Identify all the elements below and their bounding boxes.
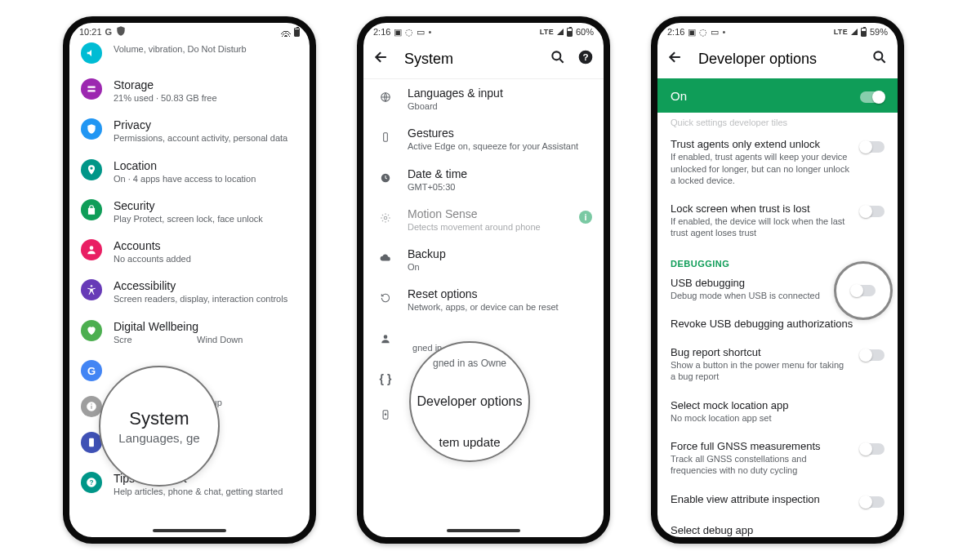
settings-item-accessibility[interactable]: Accessibility Screen readers, display, i… [69, 272, 310, 312]
settings-item-storage[interactable]: Storage 21% used · 50.83 GB free [69, 71, 310, 111]
whatsapp-icon: ◌ [699, 27, 707, 38]
power-button [314, 227, 316, 284]
help-icon[interactable]: ? [577, 49, 594, 69]
toggle[interactable] [860, 206, 885, 217]
search-icon[interactable] [871, 49, 888, 69]
settings-item-title: Accounts [114, 239, 298, 252]
settings-item-sub: Play Protect, screen lock, face unlock [114, 213, 298, 224]
system-item-datetime[interactable]: Date & time GMT+05:30 [363, 160, 604, 200]
item-sub: If enabled, trust agents will keep your … [671, 151, 850, 186]
battery-percent: 60% [576, 27, 594, 37]
update-icon [375, 404, 396, 425]
item-sub: On [408, 261, 592, 273]
settings-item-location[interactable]: Location On · 4 apps have access to loca… [69, 152, 310, 192]
storage-icon [81, 78, 102, 100]
item-sub: Track all GNSS constellations and freque… [671, 453, 850, 477]
settings-item-sound[interactable]: Volume, vibration, Do Not Disturb [69, 41, 310, 71]
signal-icon [851, 29, 858, 35]
settings-item-sub: Volume, vibration, Do Not Disturb [114, 43, 298, 55]
settings-item-wellbeing[interactable]: Digital Wellbeing Scre Wind Down [69, 313, 310, 353]
account-icon [81, 239, 102, 260]
magnifier-sub: Languages, ge [118, 431, 199, 445]
user-icon [375, 328, 396, 349]
more-icon: • [428, 27, 431, 37]
svg-point-19 [874, 51, 882, 60]
settings-item-security[interactable]: Security Play Protect, screen lock, face… [69, 192, 310, 232]
toggle-highlight[interactable] [851, 285, 876, 296]
dev-item-mock-location[interactable]: Select mock location app No mock locatio… [657, 391, 898, 432]
item-sub: Gboard [408, 100, 592, 112]
svg-point-16 [384, 216, 387, 220]
status-bar: 2:16 ▣ ◌ ▭ • LTE 59% [657, 23, 898, 41]
toggle[interactable] [860, 349, 885, 361]
settings-item-title: Privacy [114, 118, 298, 131]
dev-item-select-debug-app[interactable]: Select debug app [657, 516, 898, 538]
nav-pill[interactable] [447, 529, 520, 532]
back-icon[interactable] [667, 49, 684, 69]
battery-percent: 59% [870, 27, 888, 37]
item-sub: Network, apps, or device can be reset [408, 301, 592, 313]
nav-pill[interactable] [153, 529, 226, 532]
item-title: Languages & input [408, 87, 592, 100]
dev-item-bug-report[interactable]: Bug report shortcut Show a button in the… [657, 338, 898, 391]
dev-item-view-attr[interactable]: Enable view attribute inspection [657, 485, 898, 516]
system-item-languages[interactable]: Languages & input Gboard [363, 79, 604, 119]
svg-rect-0 [87, 87, 95, 88]
svg-rect-5 [91, 406, 91, 409]
system-item-gestures[interactable]: Gestures Active Edge on, squeeze for you… [363, 119, 604, 159]
system-item-backup[interactable]: Backup On [363, 240, 604, 280]
help-icon: ? [81, 472, 102, 493]
back-icon[interactable] [373, 49, 390, 69]
status-bar: 10:21 G [69, 23, 310, 41]
item-sub: If enabled, the device will lock when th… [671, 216, 850, 239]
settings-item-sub: Screen readers, display, interaction con… [114, 293, 298, 304]
toggle[interactable] [860, 141, 885, 153]
settings-item-sub: On · 4 apps have access to location [114, 173, 298, 184]
toggle[interactable] [860, 496, 885, 508]
status-time: 10:21 [79, 27, 102, 37]
item-title: Date & time [408, 167, 592, 180]
system-item-motion-sense: Motion Sense Detects movement around pho… [363, 200, 604, 240]
system-item-reset[interactable]: Reset options Network, apps, or device c… [363, 280, 604, 320]
shield-icon [115, 25, 127, 38]
lock-icon [81, 199, 102, 220]
network-label: LTE [540, 28, 554, 36]
privacy-icon [81, 118, 102, 140]
more-icon: • [722, 27, 725, 37]
magnifier-usb-toggle [834, 261, 893, 320]
settings-item-accounts[interactable]: Accounts No accounts added [69, 232, 310, 272]
item-title: Reset options [408, 287, 592, 300]
item-title: Select debug app [671, 524, 885, 536]
item-title: Bug report shortcut [671, 346, 850, 358]
battery-icon [294, 28, 300, 37]
phone-system: 2:16 ▣ ◌ ▭ • LTE 60% System ? [357, 16, 610, 544]
youtube-icon: ▭ [711, 27, 719, 38]
gesture-icon [375, 127, 396, 148]
globe-icon [375, 87, 396, 108]
svg-text:?: ? [582, 51, 588, 62]
item-title: Motion Sense [408, 207, 568, 220]
item-sub: Show a button in the power menu for taki… [671, 359, 850, 383]
google-icon: G [105, 27, 113, 37]
google-g-icon: G [81, 360, 102, 381]
search-icon[interactable] [550, 49, 566, 69]
settings-item-privacy[interactable]: Privacy Permissions, account activity, p… [69, 111, 310, 151]
dev-item-trust-agents[interactable]: Trust agents only extend unlock If enabl… [657, 130, 898, 194]
svg-point-3 [91, 286, 92, 287]
toggle-on-icon[interactable] [860, 91, 885, 103]
info-icon [81, 396, 102, 417]
item-title: Lock screen when trust is lost [671, 202, 850, 215]
magnifier-system: System Languages, ge [99, 366, 220, 487]
item-title: Backup [408, 247, 592, 260]
item-title: Revoke USB debugging authorizations [671, 318, 885, 330]
page-title: System [404, 51, 550, 68]
developer-master-switch[interactable]: On [657, 78, 898, 113]
svg-rect-7 [89, 438, 94, 447]
dev-item-gnss[interactable]: Force full GNSS measurements Track all G… [657, 432, 898, 485]
status-time: 2:16 [667, 27, 684, 37]
toggle[interactable] [860, 443, 885, 455]
dev-item-lock-screen-trust[interactable]: Lock screen when trust is lost If enable… [657, 194, 898, 247]
accessibility-icon [81, 279, 102, 300]
app-bar: Developer options [657, 41, 898, 78]
settings-item-sub: Help articles, phone & chat, getting sta… [114, 486, 298, 497]
